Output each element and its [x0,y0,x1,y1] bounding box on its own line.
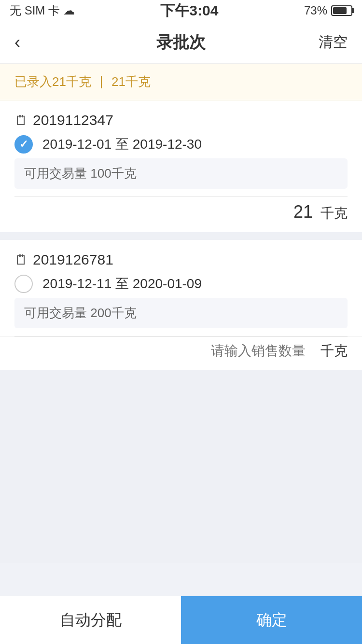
batch2-unit: 千克 [320,342,348,360]
nav-bar: ‹ 录批次 清空 [0,21,362,64]
empty-area [0,370,362,563]
summary-divider [101,76,102,88]
section-divider [0,232,362,240]
batch1-amount: 21 [293,202,313,222]
sim-label: 无 SIM 卡 ☁ [10,3,75,18]
batch2-quantity-input[interactable] [14,343,313,359]
batch1-radio[interactable] [14,135,33,154]
back-button[interactable]: ‹ [14,32,43,53]
doc-icon-2: 🗒 [14,252,28,268]
battery-percent: 73% [304,4,327,17]
batch2-date-range: 2019-12-11 至 2020-01-09 [42,275,202,293]
batch1-avail: 可用交易量 100千克 [14,158,348,189]
batch1-unit: 千克 [320,204,348,223]
summary-value: 21千克 [111,73,151,90]
batch1-date-range: 2019-12-01 至 2019-12-30 [42,135,202,154]
batch1-id: 2019112347 [33,112,113,128]
batch2-header: 🗒 2019126781 [0,240,362,273]
confirm-button[interactable]: 确定 [181,596,362,644]
page-title: 录批次 [156,31,206,54]
batch2-date-row[interactable]: 2019-12-11 至 2020-01-09 [0,273,362,298]
batch1-amount-row: 21 千克 [0,197,362,232]
batch2-id: 2019126781 [33,252,113,268]
summary-label: 已录入21千克 [14,73,91,90]
batch1-date-row[interactable]: 2019-12-01 至 2019-12-30 [0,133,362,158]
batch-card-1: 🗒 2019112347 2019-12-01 至 2019-12-30 可用交… [0,100,362,232]
clear-button[interactable]: 清空 [319,32,348,52]
batch2-radio[interactable] [14,275,33,293]
battery-icon [331,5,352,16]
doc-icon-1: 🗒 [14,112,28,128]
batch-card-2: 🗒 2019126781 2019-12-11 至 2020-01-09 可用交… [0,240,362,370]
status-time: 下午3:04 [160,1,218,21]
summary-banner: 已录入21千克 21千克 [0,64,362,100]
batch2-avail: 可用交易量 200千克 [14,298,348,328]
status-left: 无 SIM 卡 ☁ [10,3,75,18]
status-right: 73% [304,4,352,17]
status-bar: 无 SIM 卡 ☁ 下午3:04 73% [0,0,362,21]
batch2-input-row[interactable]: 千克 [0,336,362,370]
bottom-bar: 自动分配 确定 [0,596,362,644]
auto-distribute-button[interactable]: 自动分配 [0,596,181,644]
batch1-header: 🗒 2019112347 [0,100,362,133]
